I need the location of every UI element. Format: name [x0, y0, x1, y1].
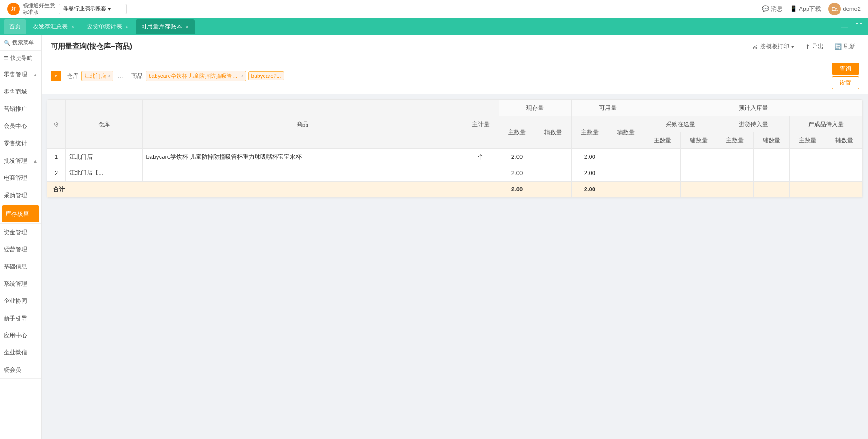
avatar: Ea	[828, 3, 841, 15]
product-filter-label: 商品	[131, 72, 143, 80]
refresh-icon: 🔄	[835, 43, 842, 50]
product-tag-babycare[interactable]: babycare学饮杯 儿童防摔防撞吸管杯重力球吸嘴杯宝宝水杯 ×	[146, 71, 246, 81]
minimize-button[interactable]: —	[839, 21, 850, 33]
th-current-stock: 现存量	[499, 100, 571, 116]
sidebar-item-basic-info[interactable]: 基础信息	[0, 258, 41, 275]
sidebar-item-new-user-guide[interactable]: 新手引导	[0, 310, 41, 327]
sidebar-item-app-center[interactable]: 应用中心	[0, 327, 41, 344]
product-tag-babycare2[interactable]: babycare?...	[248, 71, 284, 80]
sidebar-item-retail-stats[interactable]: 零售统计	[0, 135, 41, 152]
sidebar-item-operation-mgmt[interactable]: 经营管理	[0, 241, 41, 258]
sidebar-item-member-center[interactable]: 会员中心	[0, 118, 41, 135]
tab-close-order[interactable]: ×	[125, 24, 129, 30]
sidebar-item-marketing[interactable]: 营销推广	[0, 100, 41, 118]
page-actions: 🖨 按模板打印 ▾ ⬆ 导出 🔄 刷新	[749, 41, 859, 52]
sidebar-item-ecommerce-mgmt[interactable]: 电商管理	[0, 170, 41, 187]
query-button[interactable]: 查询	[832, 63, 859, 75]
cell-avail-aux	[608, 165, 644, 181]
th-incoming-main: 主数量	[717, 132, 753, 149]
logo-area: 好 畅捷通好生意 标准版	[7, 2, 55, 15]
cell-incoming-aux	[753, 165, 789, 181]
sidebar-search[interactable]: 🔍 搜索菜单	[0, 35, 41, 51]
tab-order-stats[interactable]: 要货单统计表 ×	[81, 19, 135, 34]
message-button[interactable]: 💬 消息	[762, 5, 783, 13]
warehouse-filter-group: 仓库 江北门店 × ...	[67, 71, 126, 81]
tab-close-available[interactable]: ×	[185, 24, 189, 30]
main-layout: 🔍 搜索菜单 ☰ 快捷导航 零售管理 零售商城 营销推广 会员中心 零售统计	[0, 35, 868, 439]
home-label: 首页	[9, 23, 21, 31]
table-area: ⚙ 仓库 商品 主计量 现存量 可用量 预计入库量 主数量 辅数量 主数量 辅数…	[42, 94, 868, 439]
cell-incoming-main	[717, 165, 753, 181]
template-print-button[interactable]: 🖨 按模板打印 ▾	[749, 41, 798, 52]
table-body: 1 江北门店 babycare学饮杯 儿童防摔防撞吸管杯重力球吸嘴杯宝宝水杯 个…	[47, 149, 863, 181]
page-header: 可用量查询(按仓库+商品) 🖨 按模板打印 ▾ ⬆ 导出 🔄 刷新	[42, 35, 868, 58]
refresh-button[interactable]: 🔄 刷新	[831, 41, 859, 52]
total-purchase-aux	[680, 181, 717, 198]
app-download-button[interactable]: 📱 App下载	[790, 5, 821, 13]
tab-bar-actions: — ⛶	[839, 21, 864, 33]
sidebar-item-enterprise-collab[interactable]: 企业协同	[0, 293, 41, 310]
setting-button[interactable]: 设置	[832, 76, 859, 89]
cell-product: babycare学饮杯 儿童防摔防撞吸管杯重力球吸嘴杯宝宝水杯	[142, 149, 462, 165]
warehouse-tag-close[interactable]: ×	[108, 74, 110, 79]
warehouse-tag-jiangbei[interactable]: 江北门店 ×	[81, 71, 113, 81]
th-available: 可用量	[571, 100, 644, 116]
cell-warehouse: 江北门店	[66, 149, 143, 165]
sidebar-item-purchase-mgmt[interactable]: 采购管理	[0, 187, 41, 204]
sidebar-item-retail-mall[interactable]: 零售商城	[0, 83, 41, 100]
cell-stock-aux	[535, 165, 571, 181]
th-main-unit: 主计量	[462, 100, 499, 149]
warehouse-more-btn[interactable]: ...	[115, 72, 126, 80]
product-filter-tags: babycare学饮杯 儿童防摔防撞吸管杯重力球吸嘴杯宝宝水杯 × babyca…	[146, 71, 284, 81]
cell-purchase-main	[644, 165, 680, 181]
export-button[interactable]: ⬆ 导出	[802, 41, 827, 52]
warehouse-filter-tags: 江北门店 × ...	[81, 71, 126, 81]
th-settings: ⚙	[47, 100, 66, 149]
total-incoming-aux	[753, 181, 789, 198]
cell-unit	[462, 165, 499, 181]
total-stock-aux	[535, 181, 571, 198]
sidebar-item-retail-mgmt[interactable]: 零售管理	[0, 66, 41, 83]
sidebar-item-wholesale-mgmt[interactable]: 批发管理	[0, 152, 41, 170]
sidebar-item-finance-mgmt[interactable]: 资金管理	[0, 224, 41, 241]
th-purchase-transit: 采购在途量	[644, 116, 717, 132]
user-profile[interactable]: Ea demo2	[828, 3, 861, 15]
th-production-pending: 产成品待入量	[790, 116, 863, 132]
sidebar: 🔍 搜索菜单 ☰ 快捷导航 零售管理 零售商城 营销推广 会员中心 零售统计	[0, 35, 42, 439]
total-stock-main: 2.00	[499, 181, 535, 198]
tab-close-receipt[interactable]: ×	[71, 24, 75, 30]
th-warehouse: 仓库	[66, 100, 143, 149]
cell-prod-aux	[826, 149, 863, 165]
sidebar-item-inventory-check[interactable]: 库存核算	[2, 205, 39, 222]
th-planned-in: 预计入库量	[644, 100, 863, 116]
cell-purchase-aux	[680, 165, 717, 181]
tab-available-stock[interactable]: 可用量库存账本 ×	[136, 19, 195, 34]
print-icon: 🖨	[752, 43, 758, 50]
cell-avail-aux	[608, 149, 644, 165]
cell-no: 1	[47, 149, 66, 165]
th-avail-aux-qty: 辅数量	[608, 116, 644, 149]
industry-selector[interactable]: 母婴行业演示账套 ▾	[59, 4, 127, 14]
th-stock-aux-qty: 辅数量	[535, 116, 571, 149]
total-prod-aux	[826, 181, 863, 198]
sidebar-item-vip-member[interactable]: 畅会员	[0, 361, 41, 378]
sidebar-item-enterprise-wechat[interactable]: 企业微信	[0, 344, 41, 361]
maximize-button[interactable]: ⛶	[854, 21, 864, 33]
filter-action-buttons: 查询 设置	[832, 63, 859, 89]
cell-product	[142, 165, 462, 181]
sidebar-item-system-mgmt[interactable]: 系统管理	[0, 275, 41, 293]
download-icon: 📱	[790, 5, 797, 12]
cell-prod-main	[790, 149, 826, 165]
th-prod-main: 主数量	[790, 132, 826, 149]
tab-receipt-summary[interactable]: 收发存汇总表 ×	[27, 19, 80, 34]
tab-home[interactable]: 首页	[4, 19, 26, 34]
top-bar-left: 好 畅捷通好生意 标准版 母婴行业演示账套 ▾	[7, 2, 127, 15]
cell-warehouse: 江北门店【...	[66, 165, 143, 181]
product-tag-close-1[interactable]: ×	[241, 74, 243, 79]
sidebar-quick-nav[interactable]: ☰ 快捷导航	[0, 51, 41, 66]
settings-icon[interactable]: ⚙	[53, 121, 59, 128]
filter-toggle-button[interactable]: »	[51, 71, 61, 81]
total-avail-aux	[608, 181, 644, 198]
th-incoming-aux: 辅数量	[753, 132, 789, 149]
tab-bar: 首页 收发存汇总表 × 要货单统计表 × 可用量库存账本 × — ⛶	[0, 18, 868, 35]
